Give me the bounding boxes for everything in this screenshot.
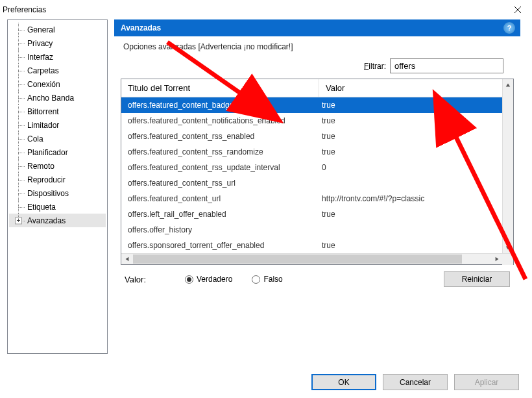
value-label: Valor: bbox=[125, 275, 173, 284]
sidebar-item-label: Interfaz bbox=[27, 53, 53, 62]
sidebar-item-label: Carpetas bbox=[27, 66, 59, 75]
sidebar-item-label: Dispositivos bbox=[27, 189, 69, 198]
sidebar-item-limitador[interactable]: Limitador bbox=[9, 118, 106, 132]
window-title: Preferencias bbox=[3, 5, 46, 14]
setting-name: offers.featured_content_rss_enabled bbox=[121, 132, 319, 141]
sidebar-item-general[interactable]: General bbox=[9, 23, 106, 36]
setting-name: offers.featured_content_notifications_en… bbox=[121, 116, 319, 125]
panel-title: Avanzadas bbox=[121, 23, 161, 32]
value-row: Valor: Verdadero Falso Reiniciar bbox=[121, 271, 514, 287]
advanced-groupbox: Opciones avanzadas [Advertencia ¡no modi… bbox=[114, 40, 520, 293]
sidebar-item-remoto[interactable]: Remoto bbox=[9, 159, 106, 173]
sidebar-item-label: Privacy bbox=[27, 39, 53, 48]
radio-false[interactable]: Falso bbox=[252, 275, 282, 284]
sidebar-item-conexión[interactable]: Conexión bbox=[9, 77, 106, 91]
sidebar-item-label: Bittorrent bbox=[27, 107, 59, 116]
table-row[interactable]: offers.featured_content_rss_enabledtrue bbox=[121, 129, 502, 144]
sidebar-item-etiqueta[interactable]: Etiqueta bbox=[9, 200, 106, 214]
setting-value: true bbox=[319, 101, 502, 110]
scroll-right-icon[interactable] bbox=[491, 254, 502, 265]
settings-table: Titulo del Torrent Valor offers.featured… bbox=[121, 79, 514, 265]
setting-value: true bbox=[319, 241, 502, 250]
setting-name: offers.sponsored_torrent_offer_enabled bbox=[121, 241, 319, 250]
setting-value: true bbox=[319, 132, 502, 141]
ok-button[interactable]: OK bbox=[311, 374, 376, 390]
table-row[interactable]: offers.featured_content_badge_enabledtru… bbox=[121, 97, 502, 113]
table-row[interactable]: offers.left_rail_offer_enabledtrue bbox=[121, 206, 502, 222]
setting-value: 0 bbox=[319, 163, 502, 172]
setting-name: offers.featured_content_rss_url bbox=[121, 179, 319, 188]
sidebar-item-label: Ancho Banda bbox=[27, 93, 74, 103]
apply-button[interactable]: Aplicar bbox=[454, 374, 519, 390]
table-row[interactable]: offers.featured_content_rss_randomizetru… bbox=[121, 144, 502, 160]
sidebar-item-dispositivos[interactable]: Dispositivos bbox=[9, 186, 106, 200]
sidebar-item-label: Conexión bbox=[27, 80, 60, 89]
setting-name: offers.offer_history bbox=[121, 225, 319, 234]
filter-input[interactable] bbox=[390, 58, 503, 73]
horizontal-scrollbar[interactable] bbox=[121, 253, 513, 264]
preferences-sidebar: GeneralPrivacyInterfazCarpetasConexiónAn… bbox=[7, 19, 108, 354]
table-rows: offers.featured_content_badge_enabledtru… bbox=[121, 97, 502, 253]
table-row[interactable]: offers.sponsored_torrent_offer_enabledtr… bbox=[121, 238, 502, 253]
column-header-value[interactable]: Valor bbox=[319, 79, 502, 97]
table-row[interactable]: offers.featured_content_notifications_en… bbox=[121, 113, 502, 129]
scrollbar-track[interactable] bbox=[133, 254, 490, 264]
sidebar-item-label: Avanzadas bbox=[27, 216, 66, 225]
sidebar-item-label: Limitador bbox=[27, 121, 59, 130]
radio-true[interactable]: Verdadero bbox=[185, 275, 232, 284]
sidebar-item-ancho-banda[interactable]: Ancho Banda bbox=[9, 91, 106, 105]
sidebar-item-label: General bbox=[27, 25, 55, 34]
table-header: Titulo del Torrent Valor bbox=[121, 79, 502, 97]
setting-value: true bbox=[319, 210, 502, 219]
table-row[interactable]: offers.featured_content_rss_url bbox=[121, 175, 502, 191]
value-radio-group: Verdadero Falso bbox=[185, 275, 283, 284]
vertical-scrollbar[interactable] bbox=[502, 79, 513, 253]
sidebar-item-label: Cola bbox=[27, 134, 43, 143]
sidebar-item-cola[interactable]: Cola bbox=[9, 132, 106, 145]
setting-name: offers.featured_content_rss_update_inter… bbox=[121, 163, 319, 172]
table-row[interactable]: offers.offer_history bbox=[121, 222, 502, 238]
sidebar-item-label: Remoto bbox=[27, 162, 54, 171]
svg-marker-3 bbox=[506, 246, 510, 249]
sidebar-item-privacy[interactable]: Privacy bbox=[9, 36, 106, 50]
scroll-up-icon[interactable] bbox=[503, 79, 513, 90]
sidebar-item-avanzadas[interactable]: Avanzadas bbox=[9, 214, 106, 227]
sidebar-item-label: Reproducir bbox=[27, 175, 66, 184]
filter-label: Filtrar: bbox=[364, 62, 386, 71]
svg-marker-2 bbox=[506, 83, 510, 86]
close-icon bbox=[514, 6, 521, 13]
filter-row: Filtrar: bbox=[121, 58, 514, 73]
table-row[interactable]: offers.featured_content_rss_update_inter… bbox=[121, 160, 502, 175]
setting-value: true bbox=[319, 116, 502, 125]
expand-icon[interactable] bbox=[15, 217, 22, 224]
sidebar-item-label: Etiqueta bbox=[27, 203, 56, 212]
setting-name: offers.featured_content_url bbox=[121, 194, 319, 203]
scrollbar-thumb[interactable] bbox=[133, 255, 462, 264]
table-row[interactable]: offers.featured_content_urlhttp://trontv… bbox=[121, 191, 502, 206]
close-button[interactable] bbox=[503, 0, 532, 19]
sidebar-item-interfaz[interactable]: Interfaz bbox=[9, 50, 106, 64]
setting-name: offers.left_rail_offer_enabled bbox=[121, 210, 319, 219]
sidebar-item-planificador[interactable]: Planificador bbox=[9, 145, 106, 159]
sidebar-item-reproducir[interactable]: Reproducir bbox=[9, 173, 106, 186]
sidebar-item-carpetas[interactable]: Carpetas bbox=[9, 64, 106, 77]
title-bar: Preferencias bbox=[0, 0, 532, 19]
scroll-down-icon[interactable] bbox=[503, 242, 513, 253]
scroll-left-icon[interactable] bbox=[121, 254, 132, 265]
reset-button[interactable]: Reiniciar bbox=[444, 271, 510, 287]
setting-name: offers.featured_content_badge_enabled bbox=[121, 101, 319, 110]
advanced-panel: Avanzadas ? Opciones avanzadas [Adverten… bbox=[114, 19, 530, 354]
sidebar-item-label: Planificador bbox=[27, 148, 68, 157]
scrollbar-corner bbox=[502, 254, 513, 265]
dialog-buttons: OK Cancelar Aplicar bbox=[311, 374, 519, 390]
panel-header: Avanzadas ? bbox=[114, 19, 520, 36]
sidebar-item-bittorrent[interactable]: Bittorrent bbox=[9, 105, 106, 118]
cancel-button[interactable]: Cancelar bbox=[383, 374, 448, 390]
setting-name: offers.featured_content_rss_randomize bbox=[121, 147, 319, 156]
help-icon[interactable]: ? bbox=[503, 22, 515, 34]
svg-marker-4 bbox=[125, 257, 128, 261]
groupbox-label: Opciones avanzadas [Advertencia ¡no modi… bbox=[121, 42, 295, 51]
column-header-title[interactable]: Titulo del Torrent bbox=[121, 79, 319, 97]
svg-marker-5 bbox=[495, 257, 498, 261]
content-area: GeneralPrivacyInterfazCarpetasConexiónAn… bbox=[0, 19, 532, 354]
